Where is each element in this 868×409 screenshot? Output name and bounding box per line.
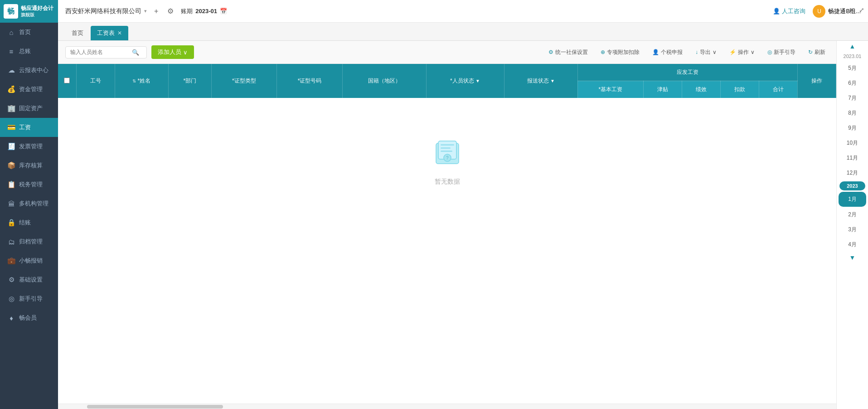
sidebar-item-label: 库存核算 <box>19 161 43 170</box>
sidebar-item-fixed-assets[interactable]: 🏢 固定资产 <box>0 99 58 118</box>
sidebar-item-closing[interactable]: 🔒 结账 <box>0 213 58 232</box>
th-performance: 绩效 <box>682 81 720 98</box>
content-with-panel: 🔍 添加人员 ∨ ⚙ 统一社保设置 ⊕ 专项附加扣除 � <box>58 41 868 409</box>
add-person-arrow: ∨ <box>183 49 188 56</box>
date-month-2[interactable]: 2月 <box>837 207 868 222</box>
account-period: 账期 2023-01 📅 <box>181 7 227 15</box>
date-month-1-current[interactable]: 1月 <box>839 192 866 207</box>
date-month-4[interactable]: 4月 <box>837 237 868 252</box>
sidebar-item-home[interactable]: ⌂ 首页 <box>0 23 58 42</box>
th-cert-type: *证型类型 <box>211 64 277 98</box>
expense-icon: 💼 <box>7 257 15 265</box>
member-icon: ♦ <box>7 314 15 322</box>
th-checkbox[interactable] <box>58 64 76 98</box>
select-all-checkbox[interactable] <box>64 78 70 83</box>
sidebar-item-invoice[interactable]: 🧾 发票管理 <box>0 137 58 156</box>
tabs-bar: 首页 工资表 ✕ <box>58 23 868 41</box>
special-deduction-btn[interactable]: ⊕ 专项附加扣除 <box>597 47 643 58</box>
scrollbar-track[interactable] <box>58 404 836 409</box>
tab-home-label: 首页 <box>72 29 83 37</box>
date-next-btn[interactable]: ▼ <box>837 252 868 263</box>
calendar-icon[interactable]: 📅 <box>220 8 227 15</box>
payroll-table: 工号 ⇅ *姓名 *部门 *证型类型 *证型号码 国籍（地区） *人员状态 ▼ <box>58 64 836 98</box>
refresh-label: 刷新 <box>815 49 825 56</box>
sidebar-item-funds[interactable]: 💰 资金管理 <box>0 80 58 99</box>
sidebar-item-tax[interactable]: 📋 税务管理 <box>0 175 58 194</box>
guide-label: 新手引导 <box>774 49 795 56</box>
sidebar-item-ledger[interactable]: ≡ 总账 <box>0 42 58 61</box>
export-arrow: ∨ <box>713 49 717 55</box>
sidebar-item-inventory[interactable]: 📦 库存核算 <box>0 156 58 175</box>
sidebar-item-payroll[interactable]: 💳 工资 <box>0 118 58 137</box>
refresh-btn[interactable]: ↻ 刷新 <box>805 47 829 58</box>
tax-declare-label: 个税申报 <box>661 49 683 56</box>
name-sort-icon: ⇅ <box>132 78 136 83</box>
date-month-7[interactable]: 7月 <box>837 91 868 106</box>
date-month-5[interactable]: 5月 <box>837 61 868 76</box>
date-month-10[interactable]: 10月 <box>837 136 868 151</box>
th-id: 工号 <box>76 64 115 98</box>
sidebar-item-multi-org[interactable]: 🏛 多机构管理 <box>0 194 58 213</box>
sidebar-item-label: 归档管理 <box>19 238 43 246</box>
social-insurance-btn[interactable]: ⚙ 统一社保设置 <box>545 47 592 58</box>
export-icon: ↓ <box>695 49 698 55</box>
export-btn[interactable]: ↓ 导出 ∨ <box>692 47 720 58</box>
close-btn[interactable]: ✕ <box>849 6 854 14</box>
date-month-12[interactable]: 12月 <box>837 166 868 180</box>
operation-arrow: ∨ <box>751 49 755 55</box>
date-month-9[interactable]: 9月 <box>837 121 868 136</box>
th-allowance: 津贴 <box>643 81 682 98</box>
date-prev-btn[interactable]: ▲ <box>837 41 868 52</box>
date-month-6[interactable]: 6月 <box>837 76 868 91</box>
period-label: 账期 <box>181 7 193 15</box>
sidebar-item-expense[interactable]: 💼 小畅报销 <box>0 251 58 270</box>
date-month-11[interactable]: 11月 <box>837 151 868 166</box>
date-month-3[interactable]: 3月 <box>837 222 868 237</box>
th-operation: 操作 <box>797 64 836 98</box>
guide-btn[interactable]: ◎ 新手引导 <box>764 47 799 58</box>
date-month-8[interactable]: 8月 <box>837 106 868 121</box>
add-company-btn[interactable]: + <box>152 5 160 17</box>
tab-close-icon[interactable]: ✕ <box>117 30 122 36</box>
settings-btn[interactable]: ⚙ <box>165 5 175 17</box>
sidebar-item-label: 首页 <box>19 28 31 36</box>
sidebar-item-settings[interactable]: ⚙ 基础设置 <box>0 270 58 289</box>
add-person-btn[interactable]: 添加人员 ∨ <box>151 45 194 59</box>
sidebar-item-cloud-report[interactable]: ☁ 云报表中心 <box>0 61 58 80</box>
table-container[interactable]: 工号 ⇅ *姓名 *部门 *证型类型 *证型号码 国籍（地区） *人员状态 ▼ <box>58 64 836 404</box>
search-box[interactable]: 🔍 <box>65 46 147 58</box>
sidebar-item-label: 多机构管理 <box>19 200 48 208</box>
sidebar-item-label: 云报表中心 <box>19 66 48 74</box>
app-logo: 畅 畅应通好会计 旗舰版 <box>0 0 58 23</box>
company-selector[interactable]: 西安虾米网络科技有限公司 ▾ <box>65 7 147 15</box>
payroll-icon: 💳 <box>7 123 15 131</box>
svg-rect-3 <box>441 147 451 149</box>
topbar: 西安虾米网络科技有限公司 ▾ + ⚙ 账期 2023-01 📅 👤 人工咨询 U… <box>58 0 868 23</box>
sidebar-item-label: 基础设置 <box>19 276 43 284</box>
tax-declare-icon: 👤 <box>652 49 659 55</box>
search-input[interactable] <box>70 49 129 55</box>
sidebar-item-label: 总账 <box>19 47 31 55</box>
person-status-filter-icon[interactable]: ▼ <box>475 78 480 83</box>
maximize-btn[interactable]: ⤢ <box>859 6 864 14</box>
tab-payroll[interactable]: 工资表 ✕ <box>91 26 128 40</box>
service-btn[interactable]: 👤 人工咨询 <box>773 7 805 15</box>
svg-rect-2 <box>441 144 454 146</box>
th-deduction: 扣款 <box>720 81 759 98</box>
assets-icon: 🏢 <box>7 104 15 112</box>
special-deduction-label: 专项附加扣除 <box>607 49 640 56</box>
multi-org-icon: 🏛 <box>7 200 15 208</box>
operation-label: 操作 <box>738 49 749 56</box>
th-dept: *部门 <box>168 64 211 98</box>
avatar: U <box>813 5 825 18</box>
tab-home[interactable]: 首页 <box>65 26 90 40</box>
scrollbar-thumb[interactable] <box>87 405 223 409</box>
report-status-filter-icon[interactable]: ▼ <box>550 78 555 83</box>
sidebar-item-member[interactable]: ♦ 畅会员 <box>0 308 58 327</box>
sidebar-item-archive[interactable]: 🗂 归档管理 <box>0 232 58 251</box>
tax-declare-btn[interactable]: 👤 个税申报 <box>649 47 686 58</box>
sidebar-item-guide[interactable]: ◎ 新手引导 <box>0 289 58 308</box>
operation-btn[interactable]: ⚡ 操作 ∨ <box>726 47 758 58</box>
window-controls: ✕ ⤢ <box>849 6 864 14</box>
sidebar: 畅 畅应通好会计 旗舰版 ⌂ 首页 ≡ 总账 ☁ 云报表中心 💰 资金管理 🏢 … <box>0 0 58 409</box>
